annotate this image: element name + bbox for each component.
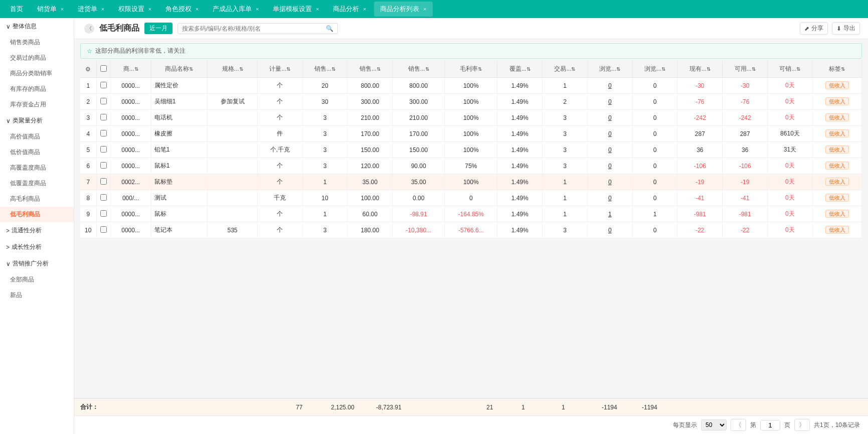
row-code: 0000... xyxy=(110,142,151,158)
col-gross-pct[interactable]: 毛利率⇅ xyxy=(445,61,497,78)
row-checkbox-input[interactable] xyxy=(100,130,107,136)
nav-goods-analysis-list[interactable]: 商品分析列表 × xyxy=(374,2,432,17)
row-browse[interactable]: 0 xyxy=(587,110,632,126)
row-browse[interactable]: 0 xyxy=(587,78,632,94)
sidebar-item-in-stock[interactable]: 有库存的商品 xyxy=(0,81,74,97)
row-checkbox-input[interactable] xyxy=(100,146,107,153)
sidebar-item-high-value[interactable]: 高价值商品 xyxy=(0,129,74,144)
row-checkbox-input[interactable] xyxy=(100,178,107,185)
sidebar-item-low-value[interactable]: 低价值商品 xyxy=(0,144,74,160)
sidebar-group-marketing[interactable]: ∨ 营销推广分析 xyxy=(0,255,74,272)
prev-page-button[interactable]: 〈 xyxy=(731,419,746,431)
row-checkbox[interactable] xyxy=(96,174,110,190)
col-salable[interactable]: 可销...⇅ xyxy=(768,61,813,78)
sidebar-group-flow[interactable]: > 流通性分析 xyxy=(0,222,74,239)
close-goods-analysis-icon[interactable]: × xyxy=(363,6,366,12)
sidebar-item-new-goods[interactable]: 新品 xyxy=(0,287,74,303)
row-checkbox[interactable] xyxy=(96,190,110,206)
col-unit[interactable]: 计量...⇅ xyxy=(257,61,302,78)
select-all-checkbox[interactable] xyxy=(100,65,107,72)
col-qty[interactable]: 销售...⇅ xyxy=(302,61,348,78)
row-checkbox[interactable] xyxy=(96,126,110,142)
row-checkbox-input[interactable] xyxy=(100,114,107,120)
share-button[interactable]: ⬈ 分享 xyxy=(800,22,828,35)
nav-roles[interactable]: 角色授权 × xyxy=(159,2,205,17)
row-checkbox[interactable] xyxy=(96,222,110,238)
sidebar-group-overall[interactable]: ∨ 整体信息 xyxy=(0,18,74,35)
row-checkbox[interactable] xyxy=(96,206,110,222)
nav-product-entry[interactable]: 产成品入库单 × xyxy=(207,2,265,17)
page-size-select[interactable]: 50 100 200 xyxy=(701,419,727,430)
row-stock: 36 xyxy=(677,142,723,158)
sidebar-item-all-goods[interactable]: 全部商品 xyxy=(0,272,74,287)
row-browse[interactable]: 0 xyxy=(587,174,632,190)
row-browse[interactable]: 0 xyxy=(587,190,632,206)
export-button[interactable]: ⬇ 导出 xyxy=(832,22,860,35)
sidebar-item-high-coverage[interactable]: 高覆盖度商品 xyxy=(0,160,74,176)
row-checkbox-input[interactable] xyxy=(100,226,107,233)
page-number-input[interactable] xyxy=(760,420,780,430)
close-goods-list-icon[interactable]: × xyxy=(423,6,426,12)
row-browse[interactable]: 0 xyxy=(587,126,632,142)
row-browse[interactable]: 0 xyxy=(587,222,632,238)
search-input[interactable] xyxy=(182,25,323,32)
row-checkbox-input[interactable] xyxy=(100,194,107,201)
row-browse[interactable]: 0 xyxy=(587,158,632,174)
col-spec[interactable]: 规格...⇅ xyxy=(208,61,258,78)
row-checkbox-input[interactable] xyxy=(100,210,107,217)
filter-recent-month-button[interactable]: 近一月 xyxy=(144,23,172,34)
col-sale-amt[interactable]: 销售...⇅ xyxy=(393,61,445,78)
close-purchase-icon[interactable]: × xyxy=(101,6,104,12)
row-checkbox-input[interactable] xyxy=(100,82,107,88)
row-name: 测试 xyxy=(151,190,208,206)
close-template-icon[interactable]: × xyxy=(316,6,319,12)
table-wrapper[interactable]: ⚙ 商...⇅ 商品名称⇅ 规格...⇅ 计量...⇅ 销售...⇅ 销售...… xyxy=(80,61,862,398)
row-checkbox-input[interactable] xyxy=(100,98,107,104)
col-stock[interactable]: 现有...⇅ xyxy=(677,61,723,78)
nav-goods-analysis[interactable]: 商品分析 × xyxy=(327,2,372,17)
sidebar-item-traded-goods[interactable]: 交易过的商品 xyxy=(0,50,74,66)
row-checkbox[interactable] xyxy=(96,78,110,94)
col-tag[interactable]: 标签⇅ xyxy=(812,61,861,78)
nav-sales[interactable]: 销货单 × xyxy=(31,2,70,17)
row-browse[interactable]: 1 xyxy=(587,206,632,222)
sidebar-item-category-rate[interactable]: 商品分类助销率 xyxy=(0,66,74,81)
col-txn[interactable]: 交易...⇅ xyxy=(543,61,588,78)
row-checkbox[interactable] xyxy=(96,110,110,126)
col-checkbox[interactable] xyxy=(96,61,110,78)
sidebar-item-low-coverage[interactable]: 低覆盖度商品 xyxy=(0,176,74,191)
next-page-button[interactable]: 〉 xyxy=(794,419,810,431)
sidebar-item-high-gross[interactable]: 高毛利商品 xyxy=(0,191,74,207)
close-roles-icon[interactable]: × xyxy=(196,6,199,12)
row-browse[interactable]: 0 xyxy=(587,142,632,158)
search-icon[interactable]: 🔍 xyxy=(326,25,333,32)
col-settings[interactable]: ⚙ xyxy=(80,61,96,78)
nav-home[interactable]: 首页 xyxy=(4,2,29,17)
col-browse-num[interactable]: 浏览...⇅ xyxy=(632,61,677,78)
sidebar-item-low-gross[interactable]: 低毛利商品 xyxy=(0,207,74,222)
close-permissions-icon[interactable]: × xyxy=(148,6,151,12)
col-coverage[interactable]: 覆盖...⇅ xyxy=(497,61,543,78)
row-browse[interactable]: 0 xyxy=(587,94,632,110)
chevron-right-icon-2: > xyxy=(6,244,10,251)
sidebar-group-growth[interactable]: > 成长性分析 xyxy=(0,239,74,255)
close-sales-icon[interactable]: × xyxy=(61,6,64,12)
row-qty: 3 xyxy=(302,110,348,126)
nav-purchase[interactable]: 进货单 × xyxy=(72,2,110,17)
nav-template[interactable]: 单据模板设置 × xyxy=(267,2,325,17)
col-browse[interactable]: 浏览...⇅ xyxy=(587,61,632,78)
sidebar-collapse-button[interactable]: 《 xyxy=(84,24,94,34)
col-price[interactable]: 销售...⇅ xyxy=(348,61,393,78)
row-checkbox[interactable] xyxy=(96,158,110,174)
sidebar-item-sales-goods[interactable]: 销售类商品 xyxy=(0,35,74,50)
col-avail[interactable]: 可用...⇅ xyxy=(723,61,768,78)
col-code[interactable]: 商...⇅ xyxy=(110,61,151,78)
row-checkbox-input[interactable] xyxy=(100,162,107,169)
row-checkbox[interactable] xyxy=(96,94,110,110)
col-name[interactable]: 商品名称⇅ xyxy=(151,61,208,78)
close-product-entry-icon[interactable]: × xyxy=(256,6,259,12)
row-checkbox[interactable] xyxy=(96,142,110,158)
sidebar-group-cluster[interactable]: ∨ 类聚量分析 xyxy=(0,112,74,129)
sidebar-item-capital[interactable]: 库存资金占用 xyxy=(0,97,74,112)
nav-permissions[interactable]: 权限设置 × xyxy=(112,2,157,17)
